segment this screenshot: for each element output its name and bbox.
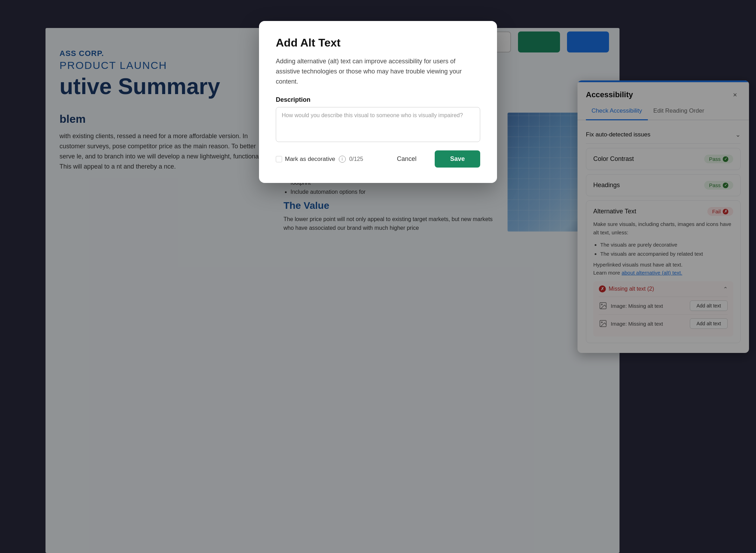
decorative-checkbox-wrapper: Mark as decorative — [276, 156, 335, 163]
modal-overlay: Add Alt Text Adding alternative (alt) te… — [0, 0, 756, 553]
char-count: 0/125 — [349, 156, 363, 162]
info-icon[interactable]: i — [339, 156, 346, 163]
decorative-checkbox[interactable] — [276, 156, 282, 162]
modal-footer: Mark as decorative i 0/125 Cancel Save — [276, 150, 480, 168]
modal-field-label: Description — [276, 96, 480, 104]
modal-actions: Cancel Save — [384, 150, 480, 168]
decorative-label: Mark as decorative — [285, 156, 335, 163]
save-button[interactable]: Save — [435, 150, 480, 168]
cancel-button[interactable]: Cancel — [384, 150, 429, 168]
modal-description: Adding alternative (alt) text can improv… — [276, 56, 480, 86]
add-alt-text-modal: Add Alt Text Adding alternative (alt) te… — [259, 21, 497, 183]
modal-footer-left: Mark as decorative i 0/125 — [276, 156, 363, 163]
modal-title: Add Alt Text — [276, 36, 480, 49]
alt-text-input[interactable] — [276, 107, 480, 142]
